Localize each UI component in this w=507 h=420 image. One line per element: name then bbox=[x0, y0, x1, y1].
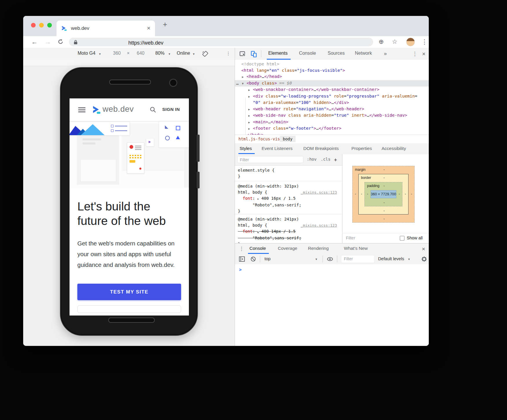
toggle-cls-button[interactable]: .cls bbox=[321, 157, 331, 162]
reload-button[interactable] bbox=[57, 38, 64, 45]
stylesheet-link[interactable]: _mixins.scss:123 bbox=[301, 222, 337, 228]
address-bar[interactable]: https://web.dev bbox=[69, 38, 373, 46]
rule-element-style[interactable]: element.style { } bbox=[238, 167, 274, 179]
devtools-close-icon[interactable]: × bbox=[422, 51, 426, 57]
url-text[interactable]: https://web.dev bbox=[128, 40, 163, 46]
inspect-element-icon[interactable] bbox=[239, 50, 247, 58]
device-toolbar-toggle-icon[interactable] bbox=[250, 50, 258, 58]
bookmark-star-icon[interactable]: ☆ bbox=[392, 38, 397, 45]
device-select[interactable]: Moto G4 bbox=[78, 51, 95, 56]
computed-filter-input[interactable]: Filter bbox=[346, 236, 355, 240]
code-line[interactable]: ▶<main>…</main> bbox=[235, 119, 429, 126]
hero-paragraph: Get the web's modern capabilities on you… bbox=[77, 238, 183, 270]
profile-avatar[interactable] bbox=[406, 38, 415, 46]
tab-console[interactable]: Console bbox=[299, 51, 316, 56]
code-line[interactable]: <html lang="en" class="js-focus-visible"… bbox=[235, 67, 429, 74]
styles-tab-underline bbox=[238, 153, 255, 154]
drawer-tab-rendering[interactable]: Rendering bbox=[308, 246, 329, 251]
tab-strip: web.dev × + bbox=[23, 16, 429, 36]
devtools-menu-icon[interactable]: ⋮ bbox=[412, 51, 417, 57]
zoom-select[interactable]: 80% bbox=[155, 51, 165, 56]
code-line[interactable]: </body> bbox=[235, 132, 429, 135]
code-line[interactable]: ▶<web-side-nav class aria-hidden="true" … bbox=[235, 112, 429, 119]
drawer-menu-icon[interactable]: ⋮ bbox=[239, 246, 244, 252]
expand-arrow-icon[interactable]: ▶ bbox=[248, 87, 253, 93]
expand-arrow-icon[interactable]: ▶ bbox=[248, 93, 253, 100]
expand-arrow-icon[interactable]: ▶ bbox=[242, 74, 247, 80]
console-settings-gear-icon[interactable] bbox=[421, 256, 427, 262]
minimize-window-button[interactable] bbox=[39, 23, 44, 27]
show-all-checkbox[interactable] bbox=[400, 236, 404, 241]
tab-sources[interactable]: Sources bbox=[328, 51, 345, 56]
code-line[interactable]: ▶<footer class="w-footer">…</footer> bbox=[235, 125, 429, 132]
device-toolbar-menu-icon[interactable]: ⋮ bbox=[226, 51, 231, 56]
forward-button[interactable]: → bbox=[45, 38, 51, 46]
rule-separator bbox=[235, 181, 342, 181]
console-filter-input[interactable]: Filter bbox=[342, 256, 374, 263]
clear-console-icon[interactable] bbox=[250, 256, 256, 262]
more-tabs-icon[interactable]: » bbox=[384, 51, 387, 57]
maximize-window-button[interactable] bbox=[47, 23, 52, 27]
hero-illustration: ◣ bbox=[70, 121, 189, 188]
code-line[interactable]: ▶<web-snackbar-container>…</web-snackbar… bbox=[235, 87, 429, 93]
viewport-width[interactable]: 360 bbox=[113, 51, 121, 56]
sign-in-button[interactable]: SIGN IN bbox=[162, 107, 180, 112]
console-sidebar-toggle-icon[interactable] bbox=[238, 256, 245, 262]
breadcrumb-body[interactable]: body bbox=[280, 136, 296, 142]
illustration-gray-card bbox=[77, 134, 119, 185]
drawer-tab-console[interactable]: Console bbox=[249, 246, 266, 251]
test-my-site-button[interactable]: TEST MY SITE bbox=[77, 284, 181, 300]
expand-arrow-icon[interactable]: ▶ bbox=[248, 113, 253, 119]
expand-arrow-icon[interactable]: ▶ bbox=[248, 119, 253, 126]
live-expression-eye-icon[interactable] bbox=[327, 256, 333, 262]
tab-close-icon[interactable]: × bbox=[147, 25, 150, 32]
tab-properties[interactable]: Properties bbox=[351, 146, 372, 151]
webdev-logo-icon[interactable] bbox=[92, 105, 102, 115]
phone-top-speaker bbox=[109, 80, 151, 85]
back-button[interactable]: ← bbox=[31, 38, 38, 46]
new-style-rule-button[interactable]: + bbox=[334, 157, 337, 163]
zoom-page-icon[interactable]: ⊕ bbox=[379, 38, 384, 45]
rule-media-321[interactable]: @media (min-width: 321px) html, body {_m… bbox=[238, 183, 340, 214]
drawer-tab-whats-new[interactable]: What's New bbox=[344, 246, 368, 251]
close-window-button[interactable] bbox=[31, 23, 36, 27]
expand-arrow-icon[interactable]: ▶ bbox=[248, 106, 253, 113]
drawer-tab-coverage[interactable]: Coverage bbox=[278, 246, 297, 251]
search-icon[interactable] bbox=[149, 106, 156, 113]
expand-arrow-icon[interactable]: ▼ bbox=[242, 80, 247, 87]
code-line[interactable]: "0" aria-valuemax="100" hidden>…</div> bbox=[235, 100, 429, 106]
styles-filter-input[interactable]: Filter bbox=[237, 156, 303, 163]
viewport-height[interactable]: 640 bbox=[137, 51, 145, 56]
log-levels-select[interactable]: Default levels bbox=[378, 256, 404, 261]
browser-menu-icon[interactable]: ⋮ bbox=[421, 38, 428, 46]
phone-power-button bbox=[197, 172, 200, 188]
code-line[interactable]: ▶<head>…</head> bbox=[235, 74, 429, 80]
throttling-select[interactable]: Online bbox=[177, 51, 190, 56]
context-select[interactable]: top bbox=[265, 256, 271, 261]
drawer-close-icon[interactable]: × bbox=[422, 246, 425, 252]
console-log-area[interactable]: > bbox=[235, 264, 429, 346]
tab-accessibility[interactable]: Accessibility bbox=[382, 146, 406, 151]
tab-dom-breakpoints[interactable]: DOM Breakpoints bbox=[303, 146, 339, 151]
new-tab-button[interactable]: + bbox=[163, 20, 167, 29]
stylesheet-link[interactable]: _mixins.scss:123 bbox=[301, 189, 337, 195]
tab-network[interactable]: Network bbox=[355, 51, 372, 56]
code-line[interactable]: …▼<body class>== $0 bbox=[235, 80, 429, 87]
rule-media-241[interactable]: @media (min-width: 241px) html, body {_m… bbox=[238, 216, 340, 247]
console-prompt[interactable]: > bbox=[239, 267, 242, 272]
browser-tab[interactable]: web.dev × bbox=[56, 21, 155, 36]
code-line[interactable]: <!doctype html> bbox=[235, 61, 429, 67]
tab-elements[interactable]: Elements bbox=[268, 51, 288, 56]
tab-event-listeners[interactable]: Event Listeners bbox=[262, 146, 293, 151]
rotate-device-icon[interactable] bbox=[202, 50, 209, 57]
expand-arrow-icon[interactable]: ▶ bbox=[248, 126, 253, 132]
webdev-logo-text[interactable]: web.dev bbox=[103, 104, 134, 114]
tab-styles[interactable]: Styles bbox=[240, 146, 252, 151]
toggle-hov-button[interactable]: :hov bbox=[307, 157, 317, 162]
box-model-diagram[interactable]: margin -- -- border -- -- padding -- - bbox=[352, 166, 415, 223]
lock-icon bbox=[74, 40, 78, 45]
phone-bottom-speaker bbox=[108, 318, 155, 323]
code-line[interactable]: ▶<web-header role="navigation">…</web-he… bbox=[235, 106, 429, 113]
illustration-doc-card bbox=[127, 142, 144, 174]
code-line[interactable]: ▶<div class="w-loading-progress" role="p… bbox=[235, 93, 429, 100]
